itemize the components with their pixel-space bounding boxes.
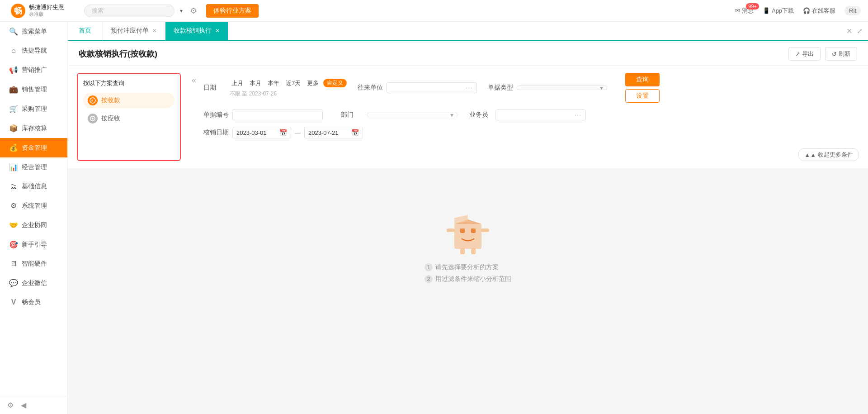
filter-panel-title: 按以下方案查询 bbox=[83, 79, 175, 87]
service-label: 在线客服 bbox=[812, 7, 835, 15]
system-icon: ⚙ bbox=[9, 201, 18, 210]
sidebar-item-inventory[interactable]: 📦 库存核算 bbox=[0, 119, 67, 138]
tab-prepay[interactable]: 预付冲应付单 ✕ bbox=[103, 22, 165, 40]
tab-collection-close[interactable]: ✕ bbox=[215, 28, 220, 34]
sidebar-item-sales[interactable]: 💼 销售管理 bbox=[0, 80, 67, 99]
topbar-center: 搜索 ▾ ⚙ 体验行业方案 bbox=[75, 4, 735, 18]
filter-panel: 按以下方案查询 ¥ 按收款 按应收 bbox=[77, 73, 181, 161]
expand-icon[interactable]: ⤢ bbox=[857, 27, 863, 35]
filter-area: 按以下方案查询 ¥ 按收款 按应收 bbox=[68, 66, 868, 168]
online-service-btn[interactable]: 🎧 在线客服 bbox=[803, 7, 835, 15]
verify-start-value: 2023-03-01 bbox=[236, 129, 267, 136]
sidebar-item-enterprise[interactable]: 🤝 企业协同 bbox=[0, 215, 67, 235]
date-field: 日期 上月 本月 本年 近7天 更多 自定义 不限 至 bbox=[203, 78, 347, 98]
shortcut-this-month[interactable]: 本月 bbox=[248, 78, 263, 88]
sidebar-item-quicknav[interactable]: ⌂ 快捷导航 bbox=[0, 41, 67, 60]
sidebar-item-hardware[interactable]: 🖥 智能硬件 bbox=[0, 254, 67, 273]
svg-rect-6 bbox=[460, 248, 465, 254]
shortcut-7days[interactable]: 近7天 bbox=[284, 78, 302, 88]
refresh-btn[interactable]: ↺ 刷新 bbox=[825, 47, 857, 61]
sidebar-label-finance: 资金管理 bbox=[22, 144, 47, 152]
sidebar-item-member[interactable]: V 畅会员 bbox=[0, 293, 67, 312]
verify-end-date[interactable]: 2023-07-21 📅 bbox=[304, 127, 363, 138]
sidebar-item-search[interactable]: 🔍 搜索菜单 bbox=[0, 22, 67, 41]
verify-start-date[interactable]: 2023-03-01 📅 bbox=[232, 127, 291, 138]
sidebar-item-guide[interactable]: 🎯 新手引导 bbox=[0, 235, 67, 254]
query-actions: 查询 设置 bbox=[625, 73, 660, 103]
sidebar-label-sales: 销售管理 bbox=[22, 86, 47, 94]
export-icon: ↗ bbox=[795, 51, 800, 57]
sidebar-item-marketing[interactable]: 📢 营销推广 bbox=[0, 60, 67, 80]
sidebar-label-search: 搜索菜单 bbox=[22, 28, 47, 36]
filter-option-receivable[interactable]: 按应收 bbox=[83, 111, 175, 126]
app-download-btn[interactable]: 📱 App下载 bbox=[763, 7, 794, 15]
inventory-icon: 📦 bbox=[9, 124, 18, 133]
close-all-icon[interactable]: ✕ bbox=[846, 27, 852, 35]
dept-field: 部门 ▾ bbox=[341, 111, 458, 119]
sidebar-item-purchase[interactable]: 🛒 采购管理 bbox=[0, 99, 67, 119]
tabbar-expand-area: ✕ ⤢ bbox=[841, 27, 868, 35]
guide-icon: 🎯 bbox=[9, 240, 18, 249]
sidebar-label-hardware: 智能硬件 bbox=[22, 260, 47, 268]
hint-num-1: 1 bbox=[425, 263, 433, 271]
sidebar-collapse-btn[interactable]: ◀ bbox=[21, 401, 26, 409]
tabbar: 首页 预付冲应付单 ✕ 收款核销执行 ✕ ✕ ⤢ bbox=[68, 22, 868, 41]
tab-home[interactable]: 首页 bbox=[68, 22, 103, 40]
dept-select[interactable]: ▾ bbox=[367, 113, 458, 117]
search-dropdown-icon[interactable]: ▾ bbox=[180, 8, 183, 14]
service-icon: 🎧 bbox=[803, 7, 810, 14]
sidebar-item-operations[interactable]: 📊 经营管理 bbox=[0, 157, 67, 177]
message-badge: 99+ bbox=[746, 3, 759, 10]
collapse-more-label: 收起更多条件 bbox=[818, 151, 853, 159]
search-input[interactable]: 搜索 bbox=[84, 5, 175, 17]
staff-field: 业务员 ··· bbox=[469, 109, 587, 120]
sidebar-item-finance[interactable]: 💰 资金管理 bbox=[0, 138, 67, 157]
date-separator: — bbox=[295, 129, 301, 136]
username-display[interactable]: Rit bbox=[844, 6, 861, 15]
verify-end-value: 2023-07-21 bbox=[308, 129, 339, 136]
shortcut-this-year[interactable]: 本年 bbox=[266, 78, 281, 88]
sidebar-bottom: ⚙ ◀ bbox=[0, 396, 67, 414]
filter-row-2: 单据编号 部门 ▾ 业务员 bbox=[203, 109, 859, 120]
sidebar-item-system[interactable]: ⚙ 系统管理 bbox=[0, 196, 67, 215]
svg-rect-9 bbox=[481, 228, 489, 232]
staff-input[interactable]: ··· bbox=[495, 109, 586, 120]
logo-area: 畅 畅捷通好生意 标准版 bbox=[7, 2, 75, 20]
partner-input[interactable]: ··· bbox=[387, 82, 477, 93]
tab-collection[interactable]: 收款核销执行 ✕ bbox=[165, 22, 228, 40]
collapse-more-btn[interactable]: ▲▲ 收起更多条件 bbox=[798, 148, 859, 161]
dept-label: 部门 bbox=[341, 111, 363, 119]
sidebar-item-basic-info[interactable]: 🗂 基础信息 bbox=[0, 177, 67, 196]
message-btn[interactable]: ✉ 消息 99+ bbox=[735, 7, 754, 15]
sidebar-label-guide: 新手引导 bbox=[22, 241, 47, 249]
sidebar-item-wechat[interactable]: 💬 企业微信 bbox=[0, 273, 67, 293]
enterprise-icon: 🤝 bbox=[9, 221, 18, 229]
export-btn[interactable]: ↗ 导出 bbox=[788, 47, 821, 61]
custom-date-tag[interactable]: 自定义 bbox=[323, 79, 347, 87]
bill-type-select[interactable]: ▾ bbox=[517, 86, 607, 90]
svg-rect-8 bbox=[447, 228, 455, 232]
empty-hint-1: 1 请先选择要分析的方案 bbox=[425, 263, 511, 271]
date-label: 日期 bbox=[203, 84, 226, 92]
basic-info-icon: 🗂 bbox=[9, 182, 18, 190]
svg-rect-5 bbox=[471, 228, 476, 233]
filter-option-receipt[interactable]: ¥ 按收款 bbox=[83, 93, 175, 108]
page-title: 收款核销执行(按收款) bbox=[79, 48, 157, 59]
app-edition: 标准版 bbox=[29, 11, 64, 18]
sidebar-label-basic-info: 基础信息 bbox=[22, 182, 47, 190]
message-icon: ✉ bbox=[735, 7, 740, 14]
hint-text-2: 用过滤条件来缩小分析范围 bbox=[435, 275, 511, 283]
tab-prepay-close[interactable]: ✕ bbox=[152, 28, 157, 34]
sidebar-settings-btn[interactable]: ⚙ bbox=[7, 401, 14, 409]
query-btn[interactable]: 查询 bbox=[625, 73, 660, 86]
search-menu-icon: 🔍 bbox=[9, 27, 18, 36]
settings-icon[interactable]: ⚙ bbox=[190, 6, 197, 16]
svg-rect-3 bbox=[454, 224, 481, 249]
date-range-display: 不限 至 2023-07-26 bbox=[230, 90, 347, 98]
shortcut-more[interactable]: 更多 bbox=[305, 78, 321, 88]
bill-no-input[interactable] bbox=[232, 109, 323, 120]
filter-collapse-btn[interactable]: « bbox=[190, 75, 198, 86]
shortcut-last-month[interactable]: 上月 bbox=[230, 78, 245, 88]
settings-btn[interactable]: 设置 bbox=[625, 89, 660, 103]
industry-btn[interactable]: 体验行业方案 bbox=[206, 4, 259, 18]
